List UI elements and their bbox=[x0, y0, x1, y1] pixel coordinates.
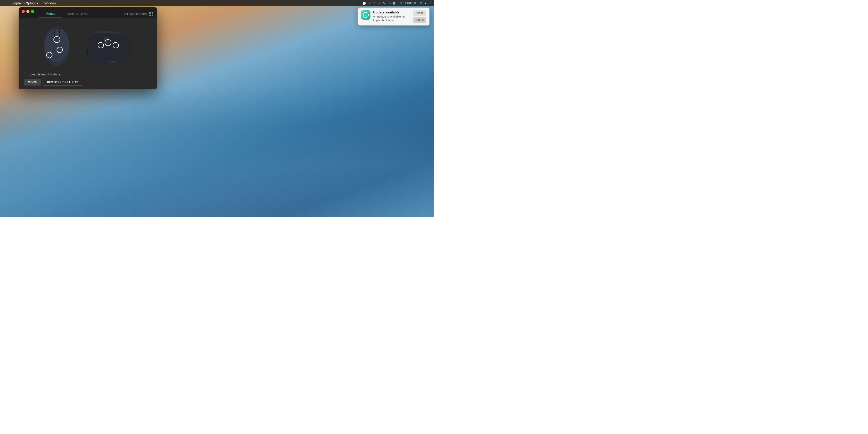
close-button[interactable] bbox=[22, 10, 25, 13]
spotlight-icon[interactable]: ⚲ bbox=[420, 1, 422, 5]
window-menu[interactable]: Window bbox=[43, 1, 57, 5]
svg-point-15 bbox=[114, 61, 115, 63]
airplay-icon[interactable]: ▭ bbox=[388, 1, 391, 5]
bluetooth-icon[interactable]: ⌖ bbox=[378, 1, 380, 5]
mouse-side-svg bbox=[82, 28, 134, 66]
music-icon[interactable]: ♪ bbox=[368, 1, 370, 5]
user-avatar[interactable]: ● bbox=[425, 1, 427, 5]
svg-point-14 bbox=[112, 61, 113, 63]
all-applications-tab[interactable]: All Applications bbox=[120, 9, 157, 18]
minimize-button[interactable] bbox=[26, 10, 29, 13]
all-applications-label: All Applications bbox=[124, 12, 147, 16]
notif-content: Update available An update is available … bbox=[373, 10, 410, 23]
traffic-lights bbox=[22, 10, 34, 13]
mouse-display-area: logitech bbox=[19, 18, 157, 70]
notif-icon-wrapper: l bbox=[361, 10, 370, 23]
svg-point-13 bbox=[110, 61, 111, 63]
controls-area: Swap left/right buttons MORE RESTORE DEF… bbox=[19, 70, 157, 89]
clock: Fri 11:08 AM bbox=[398, 1, 417, 5]
maximize-button[interactable] bbox=[31, 10, 34, 13]
more-button[interactable]: MORE bbox=[24, 79, 41, 86]
restore-defaults-button[interactable]: RESTORE DEFAULTS bbox=[43, 79, 82, 86]
battery-menu-icon[interactable]: ▮ bbox=[393, 1, 395, 5]
app-window: Mouse Point & Scroll All Applications bbox=[19, 7, 157, 89]
swap-buttons-label: Swap left/right buttons bbox=[29, 72, 60, 76]
notif-app-icon: l bbox=[361, 10, 370, 20]
tab-mouse[interactable]: Mouse bbox=[39, 9, 62, 18]
app-menu-name[interactable]: Logitech Options bbox=[9, 1, 39, 5]
notif-body: An update is available for Logitech Opti… bbox=[373, 15, 410, 22]
control-center-icon[interactable]: ☰ bbox=[429, 1, 432, 5]
1password-icon[interactable]: ⬤ bbox=[363, 1, 366, 5]
notif-title: Update available bbox=[373, 10, 410, 14]
notif-actions: Close Install bbox=[413, 10, 426, 23]
tab-bar: Mouse Point & Scroll All Applications bbox=[19, 7, 157, 18]
action-buttons-row: MORE RESTORE DEFAULTS bbox=[24, 79, 152, 86]
menubar:  Logitech Options Window ⬤ ♪ ⏱ ⌖ ∿ ▭ ▮ … bbox=[0, 0, 434, 6]
app-footer: logi Wireless Mouse MX Master ⌖ ADD DEVI… bbox=[19, 89, 157, 89]
mouse-side-view bbox=[82, 28, 134, 65]
wifi-icon[interactable]: ∿ bbox=[382, 1, 385, 5]
tab-point-scroll[interactable]: Point & Scroll bbox=[62, 10, 94, 18]
time-machine-icon[interactable]: ⏱ bbox=[373, 1, 376, 5]
svg-rect-17 bbox=[103, 37, 108, 44]
svg-text:logitech: logitech bbox=[50, 55, 57, 57]
notif-install-button[interactable]: Install bbox=[413, 17, 426, 23]
apple-menu[interactable]:  bbox=[2, 1, 5, 5]
mouse-front-svg: logitech bbox=[42, 22, 72, 67]
swap-buttons-checkbox[interactable] bbox=[24, 72, 27, 76]
notification-popup: l Update available An update is availabl… bbox=[358, 7, 430, 26]
mouse-front-view: logitech bbox=[42, 22, 72, 68]
notif-icon-inner: l bbox=[363, 12, 369, 18]
grid-icon bbox=[149, 11, 153, 16]
notif-close-button[interactable]: Close bbox=[413, 10, 426, 16]
swap-buttons-row: Swap left/right buttons bbox=[24, 72, 152, 76]
